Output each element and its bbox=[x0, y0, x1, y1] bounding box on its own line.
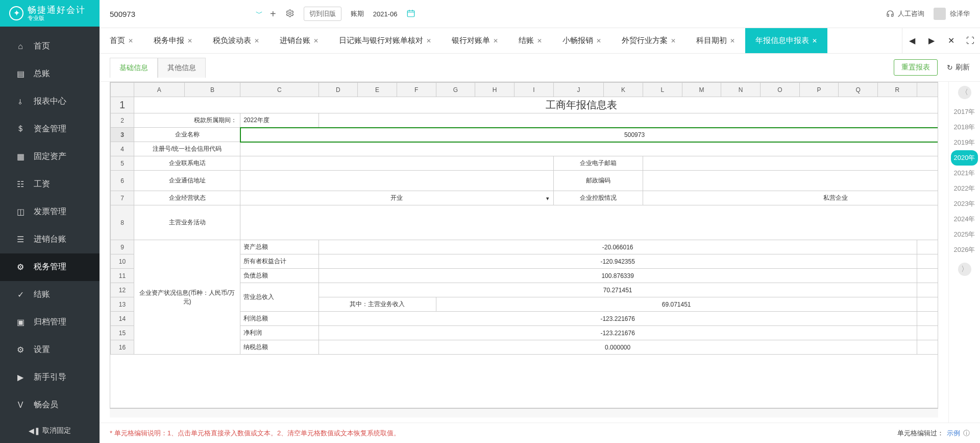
col-header[interactable]: Q bbox=[839, 83, 878, 97]
unpin-button[interactable]: ◀❚ 取消固定 bbox=[0, 419, 100, 443]
close-icon[interactable]: ✕ bbox=[537, 37, 542, 44]
row-header[interactable]: 9 bbox=[111, 240, 134, 254]
row-header[interactable]: 8 bbox=[111, 205, 134, 240]
row-header[interactable]: 12 bbox=[111, 283, 134, 297]
col-header[interactable]: B bbox=[184, 83, 240, 97]
col-header[interactable]: L bbox=[643, 83, 682, 97]
year-option[interactable]: 2019年 bbox=[951, 135, 978, 150]
display-select[interactable]: 不公示 bbox=[917, 254, 938, 269]
close-icon[interactable]: ✕ bbox=[313, 37, 318, 44]
reset-report-button[interactable]: 重置报表 bbox=[894, 59, 938, 76]
refresh-button[interactable]: ↻ 刷新 bbox=[947, 63, 970, 72]
value-cell[interactable]: 69.071451 bbox=[436, 297, 917, 312]
nav-item-guide[interactable]: ▶新手引导 bbox=[0, 364, 100, 391]
value-cell[interactable]: -123.221676 bbox=[318, 326, 917, 340]
col-header[interactable]: C bbox=[240, 83, 318, 97]
year-option[interactable]: 2017年 bbox=[951, 104, 978, 120]
info-icon[interactable]: ⓘ bbox=[963, 429, 970, 438]
row-header[interactable]: 14 bbox=[111, 312, 134, 326]
cell[interactable] bbox=[318, 113, 938, 128]
col-header[interactable]: F bbox=[397, 83, 436, 97]
year-scroll-down[interactable]: 〉 bbox=[958, 263, 971, 276]
tab[interactable]: 日记账与银行对账单核对✕ bbox=[329, 28, 442, 53]
col-header[interactable]: O bbox=[761, 83, 800, 97]
close-icon[interactable]: ✕ bbox=[812, 37, 817, 44]
tab[interactable]: 税负波动表✕ bbox=[203, 28, 270, 53]
nav-item-tax[interactable]: ⚙税务管理 bbox=[0, 253, 100, 281]
row-header[interactable]: 5 bbox=[111, 156, 134, 171]
display-select[interactable]: 不公示 bbox=[917, 326, 938, 340]
row-header[interactable]: 15 bbox=[111, 326, 134, 340]
row-header[interactable]: 6 bbox=[111, 171, 134, 191]
col-header[interactable]: J bbox=[553, 83, 604, 97]
subtab-other[interactable]: 其他信息 bbox=[158, 58, 206, 78]
user-menu[interactable]: 徐泽华 bbox=[934, 8, 970, 20]
nav-item-salary[interactable]: ☷工资 bbox=[0, 171, 100, 198]
tab[interactable]: 银行对账单✕ bbox=[442, 28, 508, 53]
nav-item-close-period[interactable]: ✓结账 bbox=[0, 281, 100, 309]
holding-select[interactable]: 私营企业 bbox=[643, 191, 938, 205]
nav-item-settings[interactable]: ⚙设置 bbox=[0, 336, 100, 364]
display-select[interactable]: 不公示 bbox=[917, 283, 938, 297]
tabs-scroll-right[interactable]: ▶ bbox=[922, 28, 941, 53]
value-cell[interactable]: 0.000000 bbox=[318, 340, 917, 355]
tab[interactable]: 结账✕ bbox=[508, 28, 552, 53]
col-header[interactable]: I bbox=[514, 83, 553, 97]
col-header[interactable]: S bbox=[917, 83, 938, 97]
display-select[interactable]: 不公示 bbox=[917, 297, 938, 312]
select-all-cell[interactable] bbox=[111, 83, 134, 97]
value-cell[interactable]: 70.271451 bbox=[318, 283, 917, 297]
row-header[interactable]: 16 bbox=[111, 340, 134, 355]
nav-item-book[interactable]: ▤总账 bbox=[0, 60, 100, 88]
tab[interactable]: 税务申报✕ bbox=[143, 28, 203, 53]
status-select[interactable]: 开业 bbox=[240, 191, 554, 205]
nav-item-asset[interactable]: ▦固定资产 bbox=[0, 143, 100, 171]
row-header[interactable]: 13 bbox=[111, 297, 134, 312]
col-header[interactable]: G bbox=[436, 83, 475, 97]
col-header[interactable]: P bbox=[799, 83, 839, 97]
value-cell[interactable]: 100.876339 bbox=[318, 269, 917, 283]
row-header[interactable]: 3 bbox=[111, 128, 134, 142]
cell[interactable] bbox=[643, 171, 938, 191]
gear-icon[interactable] bbox=[285, 9, 295, 19]
year-option[interactable]: 2022年 bbox=[951, 181, 978, 196]
consult-button[interactable]: 人工咨询 bbox=[886, 9, 924, 18]
col-header[interactable]: N bbox=[721, 83, 761, 97]
value-cell[interactable]: -120.942355 bbox=[318, 254, 917, 269]
nav-item-invoice[interactable]: ◫发票管理 bbox=[0, 198, 100, 226]
cell[interactable] bbox=[240, 205, 938, 240]
year-option[interactable]: 2023年 bbox=[951, 196, 978, 212]
horizontal-scrollbar[interactable] bbox=[110, 408, 938, 417]
close-icon[interactable]: ✕ bbox=[493, 37, 498, 44]
company-name-cell[interactable]: 500973 bbox=[240, 128, 938, 142]
row-header[interactable]: 1 bbox=[111, 97, 134, 113]
year-option[interactable]: 2018年 bbox=[951, 120, 978, 135]
add-icon[interactable]: + bbox=[270, 8, 276, 20]
close-icon[interactable]: ✕ bbox=[596, 37, 601, 44]
tab[interactable]: 外贸行业方案✕ bbox=[611, 28, 686, 53]
company-select[interactable]: 500973 ﹀ bbox=[110, 9, 263, 18]
cell[interactable] bbox=[643, 156, 938, 171]
display-select[interactable]: 不公示 bbox=[917, 240, 938, 254]
close-icon[interactable]: ✕ bbox=[128, 37, 133, 44]
fullscreen-icon[interactable]: ⛶ bbox=[961, 28, 980, 53]
tabs-close-all[interactable]: ✕ bbox=[941, 28, 961, 53]
year-option[interactable]: 2020年 bbox=[951, 150, 978, 166]
footer-example-link[interactable]: 示例 bbox=[947, 429, 960, 438]
row-header[interactable]: 10 bbox=[111, 254, 134, 269]
nav-item-vip[interactable]: V畅会员 bbox=[0, 391, 100, 419]
nav-item-chart[interactable]: ⫰报表中心 bbox=[0, 88, 100, 115]
close-icon[interactable]: ✕ bbox=[254, 37, 259, 44]
display-select[interactable]: 不公示 bbox=[917, 269, 938, 283]
col-header[interactable]: A bbox=[134, 83, 185, 97]
row-header[interactable]: 2 bbox=[111, 113, 134, 128]
close-icon[interactable]: ✕ bbox=[730, 37, 735, 44]
nav-item-archive[interactable]: ▣归档管理 bbox=[0, 309, 100, 336]
year-scroll-up[interactable]: 〈 bbox=[958, 86, 971, 99]
subtab-basic[interactable]: 基础信息 bbox=[110, 58, 158, 78]
col-header[interactable]: M bbox=[682, 83, 721, 97]
value-cell[interactable]: -123.221676 bbox=[318, 312, 917, 326]
col-header[interactable]: K bbox=[604, 83, 643, 97]
col-header[interactable]: R bbox=[878, 83, 917, 97]
old-version-button[interactable]: 切到旧版 bbox=[304, 7, 341, 21]
